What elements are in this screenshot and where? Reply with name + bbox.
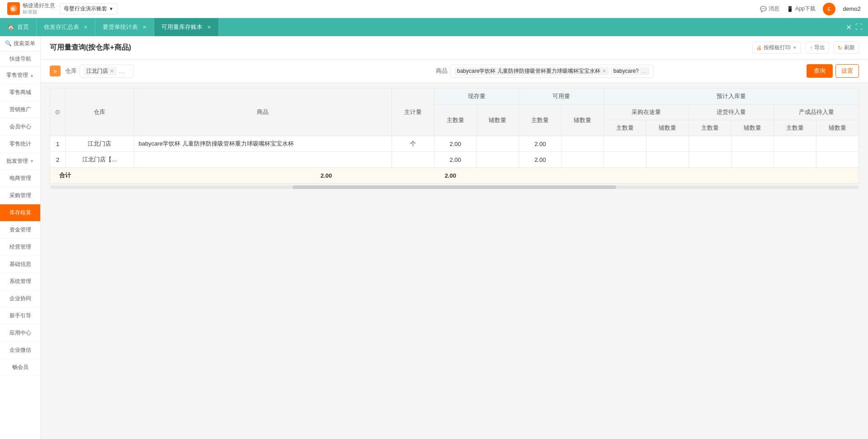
goods-ellipsis[interactable]: … bbox=[641, 67, 647, 75]
sidebar-item-ecommerce[interactable]: 电商管理 bbox=[0, 170, 40, 187]
goods-label: 商品 bbox=[436, 67, 448, 75]
table-row: 1 江北门店 babycare学饮杯 儿童防摔防撞吸管杯重力球吸嘴杯宝宝水杯 个… bbox=[50, 136, 859, 152]
sidebar-item-retail-mgmt[interactable]: 零售管理 ▲ bbox=[0, 67, 40, 84]
tab-order-stats-label: 要货单统计表 bbox=[103, 23, 138, 31]
warehouse-tag-value: 江北门店 bbox=[86, 67, 108, 75]
print-btn[interactable]: 🖨 按模板打印 ▼ bbox=[752, 42, 801, 54]
sidebar-item-wechat[interactable]: 企业微信 bbox=[0, 342, 40, 359]
tab-order-stats[interactable]: 要货单统计表 ✕ bbox=[95, 18, 154, 36]
th-incoming-main: 主数量 bbox=[689, 120, 731, 136]
cell-warehouse: 江北门店【... bbox=[66, 152, 134, 168]
scrollbar-thumb[interactable] bbox=[292, 185, 616, 189]
refresh-btn[interactable]: ↻ 刷新 bbox=[834, 42, 859, 54]
chevron-icon: ▲ bbox=[30, 73, 34, 78]
tab-receive-summary[interactable]: 收发存汇总表 ✕ bbox=[37, 18, 95, 36]
logo-main-text: 畅捷通好生意 bbox=[23, 2, 55, 9]
filter-expand-btn[interactable]: » bbox=[50, 66, 61, 76]
sidebar-item-purchase[interactable]: 采购管理 bbox=[0, 187, 40, 204]
cell-purchase-aux bbox=[646, 152, 689, 168]
sidebar-item-system[interactable]: 系统管理 bbox=[0, 273, 40, 290]
sidebar-item-inventory[interactable]: 库存核算 bbox=[0, 204, 40, 222]
query-button[interactable]: 查询 bbox=[807, 64, 833, 78]
sidebar-item-wechat-label: 企业微信 bbox=[9, 346, 31, 354]
sidebar-item-ecommerce-label: 电商管理 bbox=[9, 175, 31, 182]
goods-tag-1-close[interactable]: ✕ bbox=[602, 68, 606, 74]
refresh-label: 刷新 bbox=[844, 44, 855, 52]
cell-incoming-aux bbox=[731, 152, 774, 168]
th-finished-aux: 辅数量 bbox=[816, 120, 859, 136]
sidebar-item-wholesale-mgmt[interactable]: 批发管理 ▼ bbox=[0, 153, 40, 170]
sidebar-item-member[interactable]: 畅会员 bbox=[0, 359, 40, 376]
th-incoming-pending: 进货待入量 bbox=[689, 104, 774, 120]
th-avail-aux: 辅数量 bbox=[561, 104, 604, 136]
cell-purchase-main bbox=[604, 136, 646, 152]
warehouse-ellipsis[interactable]: … bbox=[118, 67, 125, 75]
sidebar-item-basics-label: 基础信息 bbox=[9, 260, 31, 268]
cell-purchase-aux bbox=[646, 136, 689, 152]
goods-input[interactable]: babycare学饮杯 儿童防摔防撞吸管杯重力球吸嘴杯宝宝水杯 ✕ babyca… bbox=[450, 65, 654, 78]
cell-stock-main: 2.00 bbox=[434, 136, 476, 152]
sidebar-item-app-center[interactable]: 应用中心 bbox=[0, 325, 40, 342]
sidebar-item-basics[interactable]: 基础信息 bbox=[0, 256, 40, 273]
sidebar-item-member-center[interactable]: 会员中心 bbox=[0, 118, 40, 136]
cell-stock-aux bbox=[476, 152, 519, 168]
tab-available-ledger[interactable]: 可用量库存账本 ✕ bbox=[154, 18, 219, 36]
cell-avail-aux bbox=[561, 152, 604, 168]
th-purchase-transit: 采购在途量 bbox=[604, 104, 689, 120]
tab-receive-summary-label: 收发存汇总表 bbox=[44, 23, 79, 31]
export-btn[interactable]: ↑ 导出 bbox=[806, 42, 829, 54]
sidebar-item-finance[interactable]: 资金管理 bbox=[0, 222, 40, 239]
setting-button[interactable]: 设置 bbox=[835, 64, 859, 78]
table-settings-icon[interactable]: ⚙ bbox=[55, 109, 61, 116]
user-name[interactable]: demo2 bbox=[843, 5, 861, 12]
tab-available-ledger-close[interactable]: ✕ bbox=[207, 24, 211, 30]
tab-receive-summary-close[interactable]: ✕ bbox=[84, 24, 88, 30]
th-purchase-main: 主数量 bbox=[604, 120, 646, 136]
th-planned-in: 预计入库量 bbox=[604, 89, 859, 104]
app-download-btn[interactable]: 📱 App下载 bbox=[787, 5, 816, 13]
industry-label: 母婴行业演示账套 bbox=[64, 5, 107, 13]
th-purchase-aux: 辅数量 bbox=[646, 120, 689, 136]
sidebar-quick-nav[interactable]: 快捷导航 bbox=[0, 52, 40, 67]
print-chevron-icon: ▼ bbox=[793, 45, 797, 50]
message-btn[interactable]: 💬 消息 bbox=[760, 5, 779, 13]
tab-available-ledger-label: 可用量库存账本 bbox=[161, 23, 203, 31]
sidebar-item-retail-mall[interactable]: 零售商城 bbox=[0, 84, 40, 101]
cell-warehouse: 江北门店 bbox=[66, 136, 134, 152]
sidebar-item-marketing[interactable]: 营销推广 bbox=[0, 101, 40, 118]
expand-icon: » bbox=[53, 67, 57, 75]
sidebar-item-guide[interactable]: 新手引导 bbox=[0, 307, 40, 325]
horizontal-scrollbar[interactable] bbox=[50, 185, 859, 189]
warehouse-tag-close[interactable]: ✕ bbox=[110, 68, 114, 74]
export-icon: ↑ bbox=[810, 45, 812, 51]
tab-order-stats-close[interactable]: ✕ bbox=[142, 24, 146, 30]
cell-finished-aux bbox=[816, 136, 859, 152]
sidebar-item-purchase-label: 采购管理 bbox=[9, 192, 31, 199]
home-icon: 🏠 bbox=[7, 24, 14, 31]
cell-finished-main bbox=[774, 152, 816, 168]
sidebar-item-enterprise[interactable]: 企业协同 bbox=[0, 290, 40, 307]
sidebar-item-operations[interactable]: 经营管理 bbox=[0, 239, 40, 256]
sidebar-search[interactable]: 🔍 搜索菜单 bbox=[0, 36, 40, 52]
cell-goods: babycare学饮杯 儿童防摔防撞吸管杯重力球吸嘴杯宝宝水杯 bbox=[134, 136, 392, 152]
nav-tabs-right: ✕ ⛶ bbox=[840, 18, 868, 36]
goods-tag-2: babycare? … bbox=[611, 67, 650, 75]
tab-home[interactable]: 🏠 首页 bbox=[0, 18, 37, 36]
sidebar-item-retail-stats[interactable]: 零售统计 bbox=[0, 136, 40, 153]
industry-selector[interactable]: 母婴行业演示账套 ▼ bbox=[60, 3, 118, 14]
th-main-unit: 主计量 bbox=[392, 89, 434, 136]
sidebar-item-system-label: 系统管理 bbox=[9, 278, 31, 285]
cell-main-unit bbox=[392, 152, 434, 168]
fullscreen-icon[interactable]: ⛶ bbox=[855, 23, 863, 31]
sidebar-quick-nav-label: 快捷导航 bbox=[9, 56, 31, 62]
top-bar-left: 畅 畅捷通好生意 标准版 母婴行业演示账套 ▼ bbox=[7, 2, 118, 15]
th-finished-pending: 产成品待入量 bbox=[774, 104, 859, 120]
filter-warehouse-group: 仓库 江北门店 ✕ … bbox=[65, 65, 431, 78]
th-avail-main: 主数量 bbox=[519, 104, 561, 136]
warehouse-label: 仓库 bbox=[65, 67, 77, 75]
cell-purchase-main bbox=[604, 152, 646, 168]
cell-avail-aux bbox=[561, 136, 604, 152]
warehouse-input[interactable]: 江北门店 ✕ … bbox=[80, 65, 134, 78]
close-window-icon[interactable]: ✕ bbox=[846, 23, 852, 32]
th-available: 可用量 bbox=[519, 89, 604, 104]
